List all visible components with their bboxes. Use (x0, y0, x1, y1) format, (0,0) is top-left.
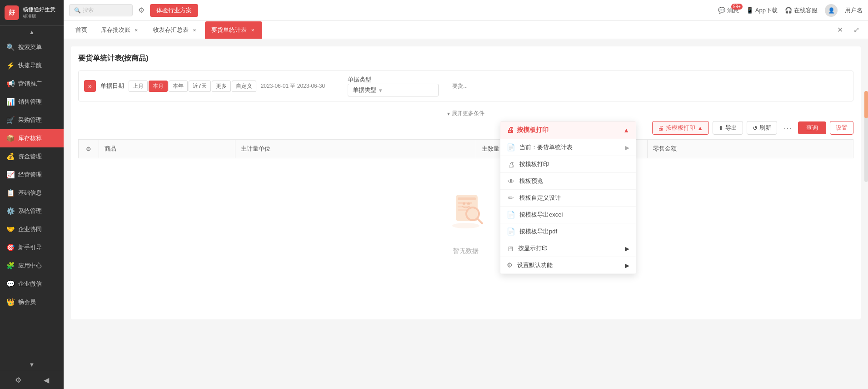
sidebar-item-label: 系统管理 (18, 207, 42, 215)
prev-month-button[interactable]: 上月 (129, 81, 148, 92)
more-button[interactable]: 更多 (212, 81, 231, 92)
settings-gear-icon[interactable]: ⚙ (136, 4, 146, 16)
trial-industry-button[interactable]: 体验行业方案 (150, 4, 198, 17)
query-button[interactable]: 查询 (798, 121, 826, 134)
current-year-button[interactable]: 本年 (169, 81, 188, 92)
search-placeholder: 搜索 (83, 6, 94, 14)
sidebar-item-marketing[interactable]: 📢 营销推广 (0, 75, 64, 93)
extra-filter-label: 要货... (452, 82, 468, 90)
tab-home[interactable]: 首页 (69, 21, 94, 39)
type-filter-group: 单据类型 单据类型 ▾ (348, 76, 439, 96)
username-label: 用户名 (845, 6, 863, 15)
template-print-item[interactable]: 🖨 按模板打印 (500, 156, 636, 173)
sidebar-scroll-down[interactable]: ▼ (0, 359, 64, 371)
current-template-item[interactable]: 📄 当前：要货单统计表 ▶ (500, 139, 636, 156)
sidebar-item-collab[interactable]: 🤝 企业协同 (0, 220, 64, 238)
sidebar-item-guide[interactable]: 🎯 新手引导 (0, 238, 64, 257)
custom-button[interactable]: 自定义 (232, 81, 256, 92)
tab-close-all-button[interactable]: ✕ (833, 24, 846, 36)
template-export-excel-item[interactable]: 📄 按模板导出excel (500, 207, 636, 223)
last7-button[interactable]: 近7天 (189, 81, 211, 92)
export-button[interactable]: ⬆ 导出 (713, 121, 743, 135)
tab-order-stats[interactable]: 要货单统计表 × (205, 21, 262, 39)
default-func-label: 设置默认功能 (517, 261, 553, 269)
sidebar-item-label: 企业协同 (18, 225, 42, 233)
scrollbar-thumb (864, 91, 868, 118)
search-icon-small: 🔍 (74, 7, 81, 14)
sidebar-item-wechat[interactable]: 💬 企业微信 (0, 275, 64, 293)
current-month-button[interactable]: 本月 (149, 81, 168, 92)
print-dropdown-menu: 🖨 按模板打印 ▲ 📄 当前：要货单统计表 ▶ 🖨 (500, 121, 636, 274)
table-header-settings[interactable]: ⚙ (79, 140, 99, 158)
expand-more-button[interactable]: ▾ 展开更多条件 (78, 106, 853, 121)
table-config-icon[interactable]: ⚙ (84, 144, 93, 153)
sidebar-item-member[interactable]: 👑 畅会员 (0, 293, 64, 311)
current-icon: 📄 (507, 143, 515, 152)
sidebar-item-finance[interactable]: 💰 资金管理 (0, 147, 64, 166)
service-icon: 🎧 (785, 7, 792, 14)
inventory-icon: 📦 (6, 134, 15, 142)
sidebar-item-appstore[interactable]: 🧩 应用中心 (0, 257, 64, 275)
sidebar-bottom: ⚙ ◀ (0, 371, 64, 389)
type-select-placeholder: 单据类型 (353, 86, 376, 94)
sidebar-item-basic[interactable]: 📋 基础信息 (0, 184, 64, 202)
tab-inventory-batch-close[interactable]: × (133, 27, 140, 33)
settings-button[interactable]: 设置 (830, 121, 853, 135)
type-select[interactable]: 单据类型 ▾ (348, 84, 439, 96)
search-box[interactable]: 🔍 搜索 (69, 4, 133, 16)
sidebar-item-label: 快捷导航 (18, 61, 42, 70)
sidebar-item-operation[interactable]: 📈 经营管理 (0, 166, 64, 184)
sidebar-item-label: 新手引导 (18, 243, 42, 252)
member-icon: 👑 (6, 298, 15, 306)
tab-receipt-summary[interactable]: 收发存汇总表 × (147, 21, 204, 39)
sidebar-item-sales[interactable]: 📊 销售管理 (0, 93, 64, 111)
default-func-arrow: ▶ (625, 262, 629, 269)
svg-line-7 (477, 218, 482, 223)
app-download-button[interactable]: 📱 App下载 (746, 6, 778, 15)
empty-illustration (443, 186, 489, 240)
tab-expand-button[interactable]: ⤢ (850, 24, 863, 36)
display-print-icon: 🖥 (507, 245, 514, 253)
sidebar-item-search[interactable]: 🔍 搜索菜单 (0, 38, 64, 56)
sidebar-scroll-up[interactable]: ▲ (0, 26, 64, 38)
more-options-icon[interactable]: ⋯ (781, 122, 794, 134)
export-label: 导出 (725, 124, 737, 132)
message-icon: 💬 (718, 7, 725, 14)
date-filter-label: 单据日期 (100, 82, 124, 90)
sidebar-item-label: 库存核算 (18, 134, 42, 142)
sidebar-item-quicknav[interactable]: ⚡ 快捷导航 (0, 56, 64, 75)
guide-icon: 🎯 (6, 243, 15, 252)
display-print-item[interactable]: 🖥 按显示打印 ▶ (500, 240, 636, 257)
sidebar-item-inventory[interactable]: 📦 库存核算 (0, 129, 64, 147)
refresh-button[interactable]: ↺ 刷新 (747, 121, 777, 135)
current-arrow-icon: ▶ (625, 144, 629, 151)
default-func-item[interactable]: ⚙ 设置默认功能 ▶ (500, 257, 636, 274)
filter-bar: » 单据日期 上月 本月 本年 近7天 更多 自定义 2023-06-01 至 … (78, 71, 853, 101)
export-icon: ⬆ (718, 125, 723, 131)
right-scrollbar[interactable] (864, 91, 868, 182)
template-export-pdf-item[interactable]: 📄 按模板导出pdf (500, 223, 636, 240)
tab-inventory-batch[interactable]: 库存批次账 × (95, 21, 146, 39)
template-preview-item[interactable]: 👁 模板预览 (500, 173, 636, 190)
content-area: 要货单统计表(按商品) » 单据日期 上月 本月 本年 近7天 更多 自定义 2… (64, 39, 868, 389)
sidebar-settings-icon[interactable]: ⚙ (15, 376, 21, 384)
table-header-amount: 零售金额 (647, 140, 853, 158)
template-custom-item[interactable]: ✏ 模板自定义设计 (500, 190, 636, 207)
sidebar-collapse-icon[interactable]: ◀ (44, 376, 49, 384)
print-header-icon: 🖨 (507, 126, 514, 134)
online-service-button[interactable]: 🎧 在线客服 (785, 6, 818, 15)
filter-expand-icon[interactable]: » (84, 80, 96, 92)
tab-order-stats-close[interactable]: × (249, 27, 256, 33)
export-excel-icon: 📄 (507, 211, 515, 219)
wechat-icon: 💬 (6, 280, 15, 288)
messages-button[interactable]: 💬 消息 99+ (718, 6, 739, 15)
svg-rect-2 (458, 197, 476, 200)
tab-receipt-summary-close[interactable]: × (191, 27, 198, 33)
sidebar-item-purchase[interactable]: 🛒 采购管理 (0, 111, 64, 129)
template-print-button[interactable]: 🖨 按模板打印 ▲ (652, 121, 709, 135)
dropdown-header[interactable]: 🖨 按模板打印 ▲ (500, 121, 636, 139)
user-avatar[interactable]: 👤 (825, 4, 838, 17)
sidebar-item-system[interactable]: ⚙️ 系统管理 (0, 202, 64, 220)
template-print-label: 按模板打印 (666, 124, 695, 132)
basic-icon: 📋 (6, 189, 15, 197)
